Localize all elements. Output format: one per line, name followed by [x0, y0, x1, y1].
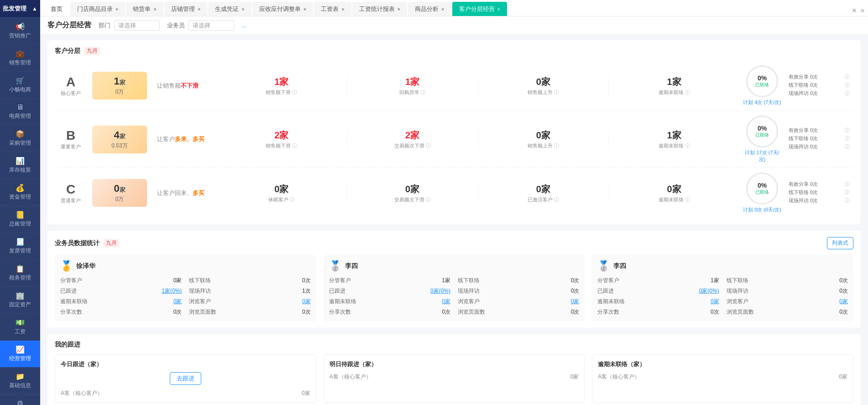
plan-link-1[interactable]: 计划 17次 (7天/次) — [745, 150, 779, 162]
rep-stat-val-2[interactable]: 0家 — [711, 298, 719, 305]
rep-stat-2-6: 分享次数0次 — [597, 308, 719, 316]
tier-letter-B: B — [55, 128, 87, 143]
tab-close-3[interactable]: × — [198, 6, 200, 12]
info-icon-2-3[interactable]: ⓘ — [685, 196, 690, 203]
sidebar-item-税务管理[interactable]: 📋税务管理 — [0, 260, 40, 287]
tab-2[interactable]: 销货单× — [126, 2, 163, 16]
info-icon-2-2[interactable]: ⓘ — [554, 196, 559, 203]
sidebar-icon-0: 📢 — [0, 22, 40, 31]
sidebar-icon-1: 💼 — [0, 49, 40, 58]
list-view-btn[interactable]: 列表式 — [827, 237, 853, 249]
right-stat-0-2: 现场拜访 0次ⓘ — [789, 90, 850, 97]
tab-close-7[interactable]: × — [397, 6, 400, 12]
tab-close-6[interactable]: × — [341, 6, 344, 12]
right-info-icon-1-1[interactable]: ⓘ — [845, 135, 850, 142]
tab-3[interactable]: 店铺管理× — [164, 2, 207, 16]
tab-5[interactable]: 应收应付调整单× — [252, 2, 313, 16]
dept-label: 部门 — [99, 21, 110, 30]
info-icon-2-1[interactable]: ⓘ — [426, 196, 431, 203]
tab-close-4[interactable]: × — [241, 6, 244, 12]
sidebar-item-经营管理[interactable]: 📈经营管理 — [0, 341, 40, 368]
tab-bar-close-all[interactable]: ✕ — [852, 7, 857, 14]
sidebar-item-工资[interactable]: 💵工资 — [0, 314, 40, 341]
tab-7[interactable]: 工资统计报表× — [352, 2, 407, 16]
tier-slogan-C: 让客户回来、多买 — [152, 189, 216, 197]
right-info-icon-0-1[interactable]: ⓘ — [845, 82, 850, 89]
rep-stat-val-2[interactable]: 0家 — [839, 298, 848, 305]
rep-stat-val-0: 1次 — [302, 287, 311, 295]
info-icon-0-2[interactable]: ⓘ — [554, 89, 559, 96]
sidebar-item-系统管理[interactable]: ⚙系统管理 — [0, 394, 40, 405]
dept-select[interactable]: 请选择 — [114, 20, 160, 31]
info-icon-1-1[interactable]: ⓘ — [426, 142, 431, 149]
tab-close-9[interactable]: × — [497, 6, 500, 12]
rep-medal-2: 🥈 — [597, 260, 610, 272]
sidebar-item-固定资产[interactable]: 🏢固定资产 — [0, 287, 40, 314]
tab-1[interactable]: 门店商品目录× — [70, 2, 125, 16]
info-icon-0-3[interactable]: ⓘ — [685, 89, 690, 96]
rep-stat-val-1[interactable]: 0家(0%) — [430, 287, 450, 295]
sidebar-icon-11: 💵 — [0, 318, 40, 327]
sidebar-item-库存核算[interactable]: 📊库存核算 — [0, 152, 40, 179]
tab-close-2[interactable]: × — [153, 6, 156, 12]
plan-link-2[interactable]: 计划 0次 (0天/次) — [743, 207, 781, 212]
tab-0[interactable]: 首页 — [44, 2, 69, 16]
info-icon-0-1[interactable]: ⓘ — [421, 89, 426, 96]
sidebar-label-2: 小畅电商 — [9, 86, 31, 93]
rep-stat-2-4: 浏览客户0家 — [727, 298, 848, 305]
info-icon-1-0[interactable]: ⓘ — [292, 142, 297, 149]
more-filters-btn[interactable]: ... — [241, 22, 246, 29]
tier-letter-C: C — [55, 182, 87, 197]
right-info-icon-2-2[interactable]: ⓘ — [845, 197, 850, 204]
right-info-icon-1-0[interactable]: ⓘ — [845, 127, 850, 134]
rep-stat-val-0[interactable]: 0家 — [302, 298, 311, 305]
right-info-icon-2-0[interactable]: ⓘ — [845, 181, 850, 188]
tab-bar-menu[interactable]: ≡ — [861, 7, 864, 14]
tab-6[interactable]: 工资表× — [314, 2, 351, 16]
plan-link-0[interactable]: 计划 4次 (7天/次) — [743, 100, 781, 105]
overdue-followup-col: 逾期未联络（家） A客（核心客户） 0家 — [592, 354, 853, 403]
rep-stat-val-1: 0次 — [442, 308, 450, 316]
rep-stat-val-1[interactable]: 0家 — [442, 298, 450, 305]
sidebar-collapse-icon[interactable]: ▲ — [32, 5, 37, 12]
followup-row-label: A客（核心客户） — [61, 389, 103, 397]
sidebar-item-总账管理[interactable]: 📒总账管理 — [0, 206, 40, 233]
info-icon-0-0[interactable]: ⓘ — [292, 89, 297, 96]
info-icon-1-3[interactable]: ⓘ — [685, 142, 690, 149]
sidebar-label-3: 电商管理 — [9, 113, 31, 119]
tab-9[interactable]: 客户分层经营× — [452, 2, 507, 16]
tier-stat-A-3: 1家逾期未联络ⓘ — [609, 76, 739, 96]
sidebar-item-资金管理[interactable]: 💰资金管理 — [0, 179, 40, 206]
sidebar-item-电商管理[interactable]: 🖥电商管理 — [0, 99, 40, 125]
tab-close-1[interactable]: × — [115, 6, 118, 12]
tier-stat-C-2: 0家已激活客户ⓘ — [478, 183, 609, 203]
sidebar-item-发票管理[interactable]: 🧾发票管理 — [0, 233, 40, 260]
sidebar-item-销售管理[interactable]: 💼销售管理 — [0, 45, 40, 72]
right-info-icon-0-2[interactable]: ⓘ — [845, 90, 850, 97]
tab-close-5[interactable]: × — [303, 6, 306, 12]
goto-followup-btn[interactable]: 去跟进 — [170, 372, 201, 385]
rep-stat-val-1[interactable]: 0家 — [571, 298, 580, 305]
rep-select[interactable]: 请选择 — [188, 20, 234, 31]
sidebar-item-营销推广[interactable]: 📢营销推广 — [0, 18, 40, 45]
rep-stat-val-2: 0次 — [839, 287, 848, 295]
rep-stat-2-0: 分管客户1家 — [597, 277, 719, 284]
tab-4[interactable]: 生成凭证× — [208, 2, 251, 16]
right-stat-1-1: 线下联络 0次ⓘ — [789, 135, 850, 142]
rep-stat-val-0[interactable]: 0家 — [173, 298, 182, 305]
sidebar-item-小畅电商[interactable]: 🛒小畅电商 — [0, 72, 40, 99]
tier-stat-C-3: 0家逾期未联络ⓘ — [609, 183, 739, 203]
right-info-icon-0-0[interactable]: ⓘ — [845, 74, 850, 80]
sidebar-item-采购管理[interactable]: 📦采购管理 — [0, 125, 40, 152]
tab-8[interactable]: 商品分析× — [408, 2, 451, 16]
rep-stat-val-0[interactable]: 1家(0%) — [162, 287, 182, 295]
right-info-icon-2-1[interactable]: ⓘ — [845, 189, 850, 196]
rep-stat-val-2[interactable]: 0家(0%) — [699, 287, 719, 295]
right-info-icon-1-2[interactable]: ⓘ — [845, 143, 850, 150]
sidebar-item-基础信息[interactable]: 📁基础信息 — [0, 368, 40, 394]
info-icon-1-2[interactable]: ⓘ — [554, 142, 559, 149]
tab-close-8[interactable]: × — [441, 6, 444, 12]
info-icon-2-0[interactable]: ⓘ — [290, 196, 295, 203]
sidebar-icon-13: 📁 — [0, 372, 40, 381]
rep-stat-val-2: 1家 — [711, 277, 719, 284]
